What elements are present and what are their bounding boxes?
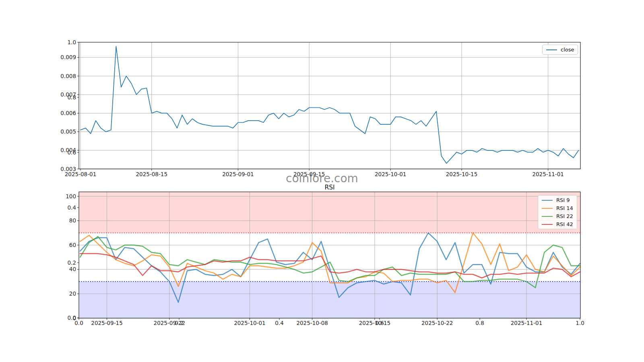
- svg-text:0.2: 0.2: [175, 320, 183, 326]
- legend-label-rsi42: RSI 42: [556, 221, 573, 227]
- legend-label-rsi14: RSI 14: [556, 205, 573, 211]
- legend-item-rsi22: RSI 22: [542, 213, 573, 219]
- svg-text:2025-09-01: 2025-09-01: [222, 171, 254, 177]
- legend-label-rsi9: RSI 9: [556, 197, 570, 203]
- svg-text:0.009: 0.009: [60, 54, 76, 60]
- svg-text:0.003: 0.003: [60, 166, 76, 172]
- svg-text:2025-09-15: 2025-09-15: [293, 171, 325, 177]
- price-legend: close: [542, 45, 578, 55]
- svg-text:2025-10-01: 2025-10-01: [375, 171, 406, 177]
- legend-item-close: close: [546, 47, 574, 53]
- rsi-legend: RSI 9 RSI 14 RSI 22 RSI 42: [538, 195, 577, 229]
- svg-text:0.4: 0.4: [275, 320, 283, 326]
- rsi22-line-swatch: [542, 216, 553, 217]
- svg-text:0.006: 0.006: [60, 110, 76, 116]
- rsi42-line-swatch: [542, 224, 553, 225]
- legend-item-rsi42: RSI 42: [542, 221, 573, 227]
- svg-text:2025-08-15: 2025-08-15: [136, 171, 167, 177]
- svg-text:0.8: 0.8: [68, 94, 76, 101]
- svg-text:2025-11-01: 2025-11-01: [511, 320, 542, 326]
- svg-text:2025-10-15: 2025-10-15: [446, 171, 477, 177]
- svg-text:80: 80: [69, 217, 76, 224]
- figure: coinlore.com RSI 2025-08-012025-08-15202…: [0, 0, 644, 362]
- svg-text:2025-11-01: 2025-11-01: [532, 171, 564, 177]
- svg-text:2025-10-15: 2025-10-15: [359, 320, 390, 326]
- svg-text:60: 60: [69, 242, 76, 248]
- legend-label-rsi22: RSI 22: [556, 213, 573, 219]
- legend-item-rsi14: RSI 14: [542, 205, 573, 211]
- svg-text:1.0: 1.0: [68, 39, 76, 45]
- svg-text:0.6: 0.6: [68, 149, 76, 156]
- svg-text:0.2: 0.2: [68, 259, 76, 266]
- svg-text:0.005: 0.005: [60, 128, 76, 135]
- svg-text:2025-10-08: 2025-10-08: [296, 320, 328, 326]
- svg-text:0.6: 0.6: [375, 320, 384, 326]
- svg-text:0.008: 0.008: [60, 73, 76, 79]
- svg-text:2025-10-01: 2025-10-01: [234, 320, 265, 326]
- svg-text:0.4: 0.4: [68, 204, 76, 211]
- svg-text:20: 20: [69, 290, 76, 297]
- legend-item-rsi9: RSI 9: [542, 197, 573, 203]
- svg-text:100: 100: [66, 193, 76, 200]
- svg-text:0.8: 0.8: [475, 320, 484, 326]
- legend-label-close: close: [561, 47, 574, 53]
- rsi-chart-title: RSI: [324, 184, 334, 191]
- price-chart: 2025-08-012025-08-152025-09-012025-09-15…: [60, 42, 580, 177]
- svg-text:1.0: 1.0: [576, 320, 584, 326]
- svg-text:2025-09-15: 2025-09-15: [91, 320, 122, 326]
- svg-text:0.0: 0.0: [74, 320, 83, 326]
- svg-text:2025-10-22: 2025-10-22: [421, 320, 453, 326]
- rsi-chart: 2025-09-152025-09-222025-10-012025-10-08…: [66, 192, 580, 326]
- rsi9-line-swatch: [542, 200, 553, 201]
- svg-text:40: 40: [69, 266, 76, 272]
- rsi14-line-swatch: [542, 208, 553, 209]
- close-line-swatch: [546, 49, 557, 50]
